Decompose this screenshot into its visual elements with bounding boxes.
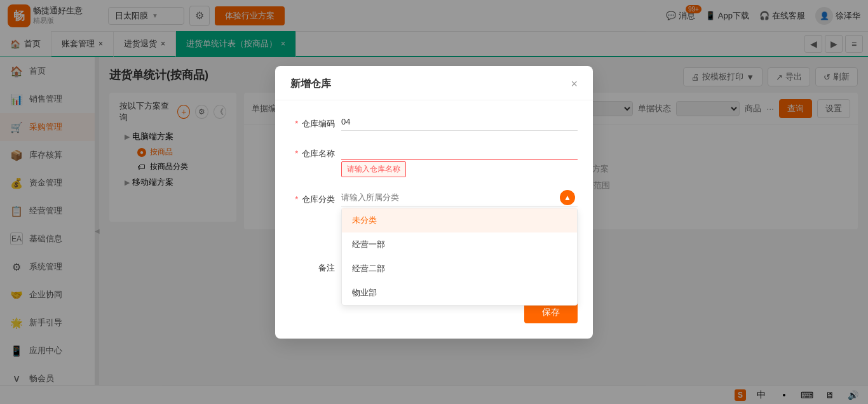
modal-header: 新增仓库 × (275, 66, 593, 100)
note-label: 备注 (290, 257, 341, 274)
dropdown-item-dept1[interactable]: 经营一部 (342, 232, 577, 257)
modal-overlay[interactable]: 新增仓库 × * 仓库编码 * 仓库名称 (0, 0, 868, 404)
category-dropdown-toggle[interactable]: ▲ (560, 190, 575, 205)
dropdown-item-unclassified[interactable]: 未分类 (342, 208, 577, 232)
category-input[interactable] (341, 189, 578, 206)
name-label: * 仓库名称 (290, 143, 341, 159)
modal-new-warehouse: 新增仓库 × * 仓库编码 * 仓库名称 (275, 66, 593, 339)
form-row-category: * 仓库分类 ▲ 未分类 经营一部 经营二部 (290, 189, 578, 206)
modal-title: 新增仓库 (290, 77, 331, 91)
modal-body: * 仓库编码 * 仓库名称 请输入仓库名称 (275, 100, 593, 302)
dropdown-item-dept2[interactable]: 经营二部 (342, 257, 577, 281)
category-select-wrapper: ▲ 未分类 经营一部 经营二部 物业部 (341, 189, 578, 206)
code-label: * 仓库编码 (290, 113, 341, 130)
category-dropdown-list: 未分类 经营一部 经营二部 物业部 (341, 208, 578, 306)
required-star-code: * (295, 119, 298, 128)
warehouse-name-input[interactable] (341, 142, 578, 160)
category-label: * 仓库分类 (290, 189, 341, 205)
warehouse-code-input[interactable] (341, 113, 578, 131)
form-row-name: * 仓库名称 请输入仓库名称 (290, 142, 578, 177)
dropdown-item-dept3[interactable]: 物业部 (342, 281, 577, 305)
required-star-name: * (295, 149, 298, 158)
form-row-code: * 仓库编码 (290, 113, 578, 131)
name-error-message: 请输入仓库名称 (341, 161, 406, 177)
modal-close-button[interactable]: × (571, 77, 578, 91)
required-star-category: * (295, 194, 298, 204)
